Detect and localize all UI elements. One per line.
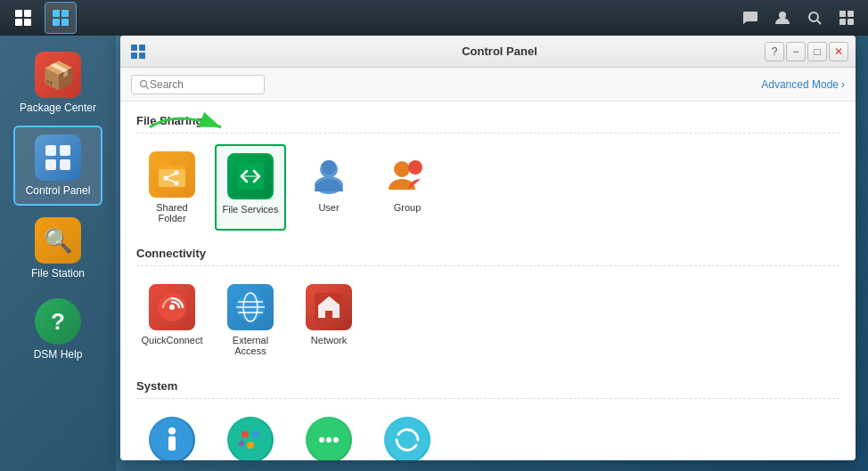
more-icon[interactable] xyxy=(832,4,861,32)
svg-point-24 xyxy=(141,80,147,86)
svg-rect-5 xyxy=(61,10,69,17)
minimize-button[interactable]: − xyxy=(786,42,806,61)
svg-rect-7 xyxy=(61,19,69,26)
svg-point-55 xyxy=(239,441,244,446)
connectivity-header: Connectivity xyxy=(136,247,839,266)
svg-point-57 xyxy=(319,437,324,443)
svg-rect-22 xyxy=(131,53,137,59)
svg-rect-15 xyxy=(45,145,56,156)
close-button[interactable]: ✕ xyxy=(829,42,848,61)
shared-folder-icon xyxy=(149,151,195,198)
notification-item[interactable]: Notification xyxy=(293,410,364,460)
chat-icon[interactable] xyxy=(736,4,765,32)
svg-point-38 xyxy=(394,161,410,177)
search-input[interactable] xyxy=(150,78,257,91)
maximize-button[interactable]: □ xyxy=(807,42,827,61)
file-station-icon xyxy=(35,217,81,264)
svg-rect-14 xyxy=(848,19,854,25)
notification-icon xyxy=(306,417,352,460)
svg-point-49 xyxy=(168,427,176,434)
taskbar xyxy=(0,0,868,36)
system-grid: Info Center Theme xyxy=(136,410,839,460)
external-access-icon xyxy=(227,284,274,330)
advanced-mode-link[interactable]: Advanced Mode › xyxy=(761,78,845,91)
sidebar-item-package-center[interactable]: Package Center xyxy=(13,45,102,121)
svg-point-9 xyxy=(809,12,818,21)
svg-point-41 xyxy=(169,305,175,310)
arrow-indicator xyxy=(141,105,248,150)
svg-rect-13 xyxy=(839,19,846,25)
search-box[interactable] xyxy=(131,75,265,94)
svg-rect-18 xyxy=(60,159,70,170)
external-access-label: External Access xyxy=(220,335,281,356)
file-services-label: File Services xyxy=(223,204,279,215)
update-restore-item[interactable]: Update & Restore xyxy=(372,410,443,460)
user-icon-cp xyxy=(306,151,352,198)
svg-rect-16 xyxy=(60,145,70,156)
svg-point-39 xyxy=(408,160,422,175)
file-services-icon xyxy=(227,153,274,199)
network-item[interactable]: Network xyxy=(293,277,364,363)
window-controls: ? − □ ✕ xyxy=(765,42,848,61)
update-restore-icon xyxy=(384,417,430,460)
svg-rect-3 xyxy=(24,19,31,26)
svg-rect-2 xyxy=(15,19,22,26)
svg-rect-12 xyxy=(848,11,854,17)
svg-point-53 xyxy=(252,431,259,438)
help-button[interactable]: ? xyxy=(765,42,784,61)
svg-line-10 xyxy=(817,20,821,24)
sidebar-item-label: Package Center xyxy=(20,102,96,114)
user-icon[interactable] xyxy=(768,4,797,32)
window-toolbar: Advanced Mode › xyxy=(120,68,856,102)
svg-rect-50 xyxy=(168,436,176,451)
user-label: User xyxy=(318,202,339,213)
sidebar-item-label: DSM Help xyxy=(34,348,83,361)
user-item[interactable]: User xyxy=(293,144,364,231)
taskbar-right-icons xyxy=(736,4,861,32)
svg-point-54 xyxy=(247,442,254,449)
search-taskbar-icon[interactable] xyxy=(800,4,829,32)
svg-rect-4 xyxy=(53,10,60,17)
search-icon xyxy=(139,79,150,90)
window-app-icon xyxy=(129,43,147,61)
svg-line-25 xyxy=(146,86,149,89)
info-center-item[interactable]: Info Center xyxy=(136,410,208,460)
app-grid-button[interactable] xyxy=(7,2,39,34)
file-services-item[interactable]: File Services xyxy=(215,144,286,231)
svg-point-29 xyxy=(175,171,179,175)
svg-rect-11 xyxy=(839,11,846,17)
sidebar-item-dsm-help[interactable]: DSM Help xyxy=(13,291,102,368)
quickconnect-label: QuickConnect xyxy=(141,335,202,345)
svg-rect-6 xyxy=(53,19,60,26)
svg-point-30 xyxy=(175,182,179,186)
group-icon xyxy=(384,151,430,198)
shared-folder-item[interactable]: Shared Folder xyxy=(136,144,208,231)
svg-rect-17 xyxy=(45,159,56,170)
network-label: Network xyxy=(311,335,347,345)
svg-rect-23 xyxy=(139,53,145,59)
shared-folder-label: Shared Folder xyxy=(142,202,202,223)
svg-point-8 xyxy=(779,12,786,19)
sidebar-item-control-panel[interactable]: Control Panel xyxy=(13,126,102,206)
svg-point-28 xyxy=(164,176,168,181)
svg-rect-21 xyxy=(139,45,145,51)
system-header: System xyxy=(136,379,839,399)
quickconnect-icon xyxy=(149,284,195,330)
control-panel-taskbar-button[interactable] xyxy=(45,2,77,34)
theme-icon xyxy=(227,417,274,460)
sidebar: Package Center Control Panel File Statio… xyxy=(0,36,116,471)
sidebar-item-label: Control Panel xyxy=(26,184,91,197)
info-center-icon xyxy=(149,417,195,460)
quickconnect-item[interactable]: QuickConnect xyxy=(136,277,208,363)
external-access-item[interactable]: External Access xyxy=(215,277,286,363)
package-center-icon xyxy=(35,52,81,98)
main-window: Control Panel ? − □ ✕ Advanced Mode › Fi… xyxy=(120,36,856,460)
group-label: Group xyxy=(394,202,422,213)
sidebar-item-file-station[interactable]: File Station xyxy=(13,210,102,287)
theme-item[interactable]: Theme xyxy=(215,410,286,460)
sidebar-item-label: File Station xyxy=(31,267,85,280)
window-title: Control Panel xyxy=(152,45,847,58)
group-item[interactable]: Group xyxy=(372,144,443,231)
window-content: File Sharing Shared Fo xyxy=(120,102,856,460)
svg-point-51 xyxy=(229,418,272,460)
